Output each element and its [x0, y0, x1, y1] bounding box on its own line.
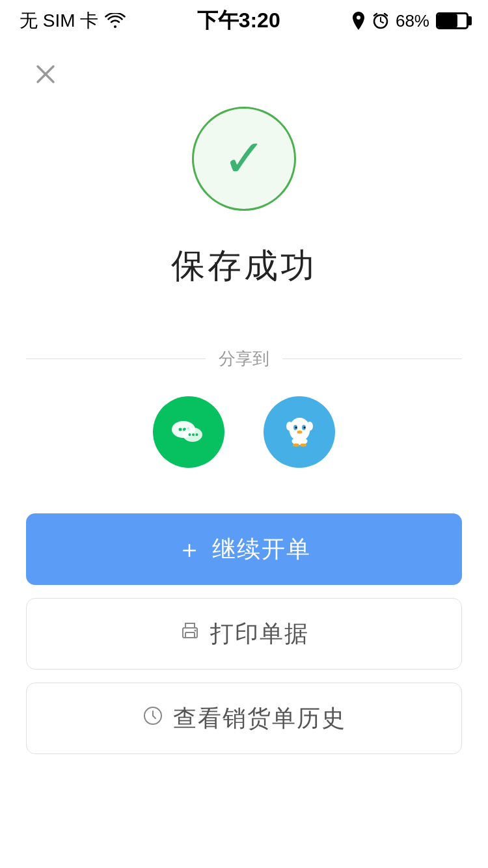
status-carrier: 无 SIM 卡	[20, 8, 126, 33]
svg-point-8	[188, 433, 191, 436]
svg-point-14	[295, 426, 297, 428]
location-icon	[351, 12, 366, 30]
svg-point-17	[286, 422, 293, 431]
svg-point-4	[178, 427, 182, 431]
continue-button[interactable]: ＋ 继续开单	[26, 513, 462, 585]
svg-point-21	[300, 443, 306, 446]
buttons-area: ＋ 继续开单 打印单据 查看销货单历史	[26, 513, 462, 754]
checkmark-icon: ✓	[223, 133, 266, 185]
printer-icon	[179, 620, 201, 647]
print-button[interactable]: 打印单据	[26, 598, 462, 670]
svg-point-15	[303, 426, 305, 428]
carrier-text: 无 SIM 卡	[20, 8, 98, 33]
alarm-icon	[372, 12, 389, 30]
share-icons	[153, 396, 335, 468]
history-button[interactable]: 查看销货单历史	[26, 683, 462, 754]
svg-point-16	[297, 430, 302, 433]
wifi-icon	[105, 13, 126, 29]
status-time: 下午3:20	[197, 7, 280, 35]
divider-line-right	[282, 359, 462, 359]
qq-icon	[278, 411, 321, 454]
close-icon	[33, 61, 59, 87]
share-label: 分享到	[219, 347, 269, 370]
battery-text: 68%	[396, 11, 429, 31]
plus-icon: ＋	[177, 533, 203, 566]
battery-fill	[438, 14, 457, 27]
wechat-icon	[168, 411, 210, 454]
svg-rect-23	[185, 632, 195, 638]
svg-point-20	[293, 443, 299, 446]
continue-button-label: 继续开单	[212, 534, 311, 565]
svg-point-18	[306, 422, 313, 431]
history-icon	[142, 705, 164, 732]
status-bar: 无 SIM 卡 下午3:20 68%	[0, 0, 488, 42]
success-circle: ✓	[192, 107, 296, 211]
share-divider: 分享到	[26, 347, 462, 370]
status-indicators: 68%	[351, 11, 468, 31]
svg-point-9	[192, 433, 195, 436]
svg-point-10	[195, 433, 198, 436]
success-area: ✓ 保存成功	[171, 107, 317, 289]
share-wechat-button[interactable]	[153, 396, 224, 468]
history-button-label: 查看销货单历史	[173, 703, 346, 735]
svg-point-24	[195, 630, 197, 632]
main-content: ✓ 保存成功 分享到	[0, 42, 488, 868]
success-title: 保存成功	[171, 243, 317, 289]
close-button[interactable]	[26, 55, 65, 94]
battery-icon	[436, 12, 468, 29]
share-qq-button[interactable]	[264, 396, 335, 468]
divider-line-left	[26, 359, 206, 359]
print-button-label: 打印单据	[210, 618, 309, 650]
